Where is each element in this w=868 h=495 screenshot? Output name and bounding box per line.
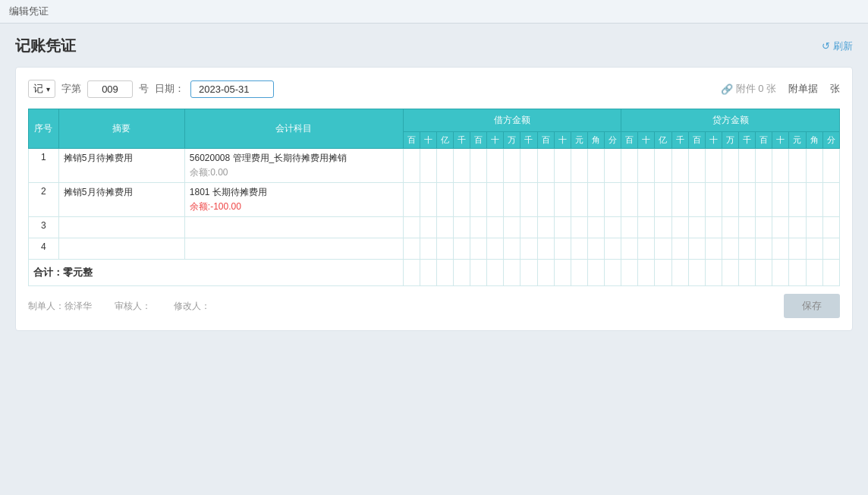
date-input[interactable] (190, 80, 274, 98)
debit-cell[interactable] (571, 238, 587, 260)
debit-cell[interactable] (605, 217, 621, 238)
credit-cell[interactable] (621, 183, 638, 217)
row-summary[interactable]: 摊销5月待摊费用 (58, 149, 184, 183)
voucher-type-select[interactable]: 记 ▾ (28, 80, 55, 98)
credit-cell[interactable] (621, 217, 638, 238)
credit-cell[interactable] (722, 149, 738, 183)
credit-cell[interactable] (806, 183, 822, 217)
debit-cell[interactable] (470, 217, 487, 238)
credit-cell[interactable] (705, 238, 722, 260)
credit-cell[interactable] (688, 217, 705, 238)
credit-cell[interactable] (772, 149, 789, 183)
credit-cell[interactable] (822, 217, 839, 238)
attach-link[interactable]: 🔗 附件 0 张 (721, 82, 776, 96)
debit-cell[interactable] (504, 183, 520, 217)
credit-cell[interactable] (655, 217, 671, 238)
credit-cell[interactable] (789, 238, 806, 260)
credit-cell[interactable] (822, 238, 839, 260)
debit-cell[interactable] (554, 217, 571, 238)
debit-cell[interactable] (403, 149, 420, 183)
debit-cell[interactable] (420, 238, 436, 260)
row-account[interactable] (184, 217, 403, 238)
debit-cell[interactable] (487, 238, 504, 260)
save-button[interactable]: 保存 (784, 294, 840, 318)
debit-cell[interactable] (571, 149, 587, 183)
debit-cell[interactable] (571, 183, 587, 217)
credit-cell[interactable] (688, 183, 705, 217)
credit-cell[interactable] (638, 238, 655, 260)
debit-cell[interactable] (504, 217, 520, 238)
credit-cell[interactable] (822, 149, 839, 183)
debit-cell[interactable] (487, 217, 504, 238)
credit-cell[interactable] (756, 183, 772, 217)
credit-cell[interactable] (621, 149, 638, 183)
debit-cell[interactable] (403, 217, 420, 238)
debit-cell[interactable] (537, 238, 554, 260)
debit-cell[interactable] (453, 183, 470, 217)
credit-cell[interactable] (688, 149, 705, 183)
credit-cell[interactable] (655, 149, 671, 183)
debit-cell[interactable] (587, 238, 604, 260)
debit-cell[interactable] (470, 238, 487, 260)
credit-cell[interactable] (722, 238, 738, 260)
row-summary[interactable] (58, 217, 184, 238)
credit-cell[interactable] (722, 217, 738, 238)
debit-cell[interactable] (587, 217, 604, 238)
row-account[interactable]: 1801 长期待摊费用余额:-100.00 (184, 183, 403, 217)
credit-cell[interactable] (822, 183, 839, 217)
debit-cell[interactable] (487, 183, 504, 217)
debit-cell[interactable] (470, 149, 487, 183)
row-summary[interactable] (58, 238, 184, 260)
credit-cell[interactable] (772, 217, 789, 238)
credit-cell[interactable] (722, 183, 738, 217)
credit-cell[interactable] (671, 217, 688, 238)
credit-cell[interactable] (772, 183, 789, 217)
debit-cell[interactable] (537, 183, 554, 217)
debit-cell[interactable] (520, 183, 537, 217)
credit-cell[interactable] (655, 183, 671, 217)
debit-cell[interactable] (537, 217, 554, 238)
debit-cell[interactable] (403, 183, 420, 217)
credit-cell[interactable] (789, 183, 806, 217)
debit-cell[interactable] (436, 149, 453, 183)
debit-cell[interactable] (520, 238, 537, 260)
row-account[interactable] (184, 238, 403, 260)
debit-cell[interactable] (420, 149, 436, 183)
debit-cell[interactable] (453, 238, 470, 260)
debit-cell[interactable] (504, 149, 520, 183)
credit-cell[interactable] (671, 149, 688, 183)
debit-cell[interactable] (504, 238, 520, 260)
credit-cell[interactable] (739, 149, 756, 183)
debit-cell[interactable] (554, 183, 571, 217)
debit-cell[interactable] (520, 217, 537, 238)
debit-cell[interactable] (605, 238, 621, 260)
credit-cell[interactable] (806, 217, 822, 238)
credit-cell[interactable] (789, 217, 806, 238)
credit-cell[interactable] (739, 238, 756, 260)
credit-cell[interactable] (688, 238, 705, 260)
credit-cell[interactable] (638, 217, 655, 238)
credit-cell[interactable] (756, 217, 772, 238)
debit-cell[interactable] (436, 183, 453, 217)
row-account[interactable]: 56020008 管理费用_长期待摊费用摊销余额:0.00 (184, 149, 403, 183)
credit-cell[interactable] (756, 238, 772, 260)
credit-cell[interactable] (806, 238, 822, 260)
debit-cell[interactable] (436, 238, 453, 260)
debit-cell[interactable] (554, 238, 571, 260)
credit-cell[interactable] (621, 238, 638, 260)
debit-cell[interactable] (403, 238, 420, 260)
credit-cell[interactable] (705, 149, 722, 183)
debit-cell[interactable] (436, 217, 453, 238)
debit-cell[interactable] (453, 149, 470, 183)
debit-cell[interactable] (554, 149, 571, 183)
credit-cell[interactable] (705, 183, 722, 217)
credit-cell[interactable] (671, 183, 688, 217)
debit-cell[interactable] (420, 183, 436, 217)
credit-cell[interactable] (671, 238, 688, 260)
row-summary[interactable]: 摊销5月待摊费用 (58, 183, 184, 217)
credit-cell[interactable] (638, 149, 655, 183)
refresh-button[interactable]: ↺ 刷新 (822, 39, 853, 53)
debit-cell[interactable] (571, 217, 587, 238)
credit-cell[interactable] (739, 217, 756, 238)
debit-cell[interactable] (605, 183, 621, 217)
